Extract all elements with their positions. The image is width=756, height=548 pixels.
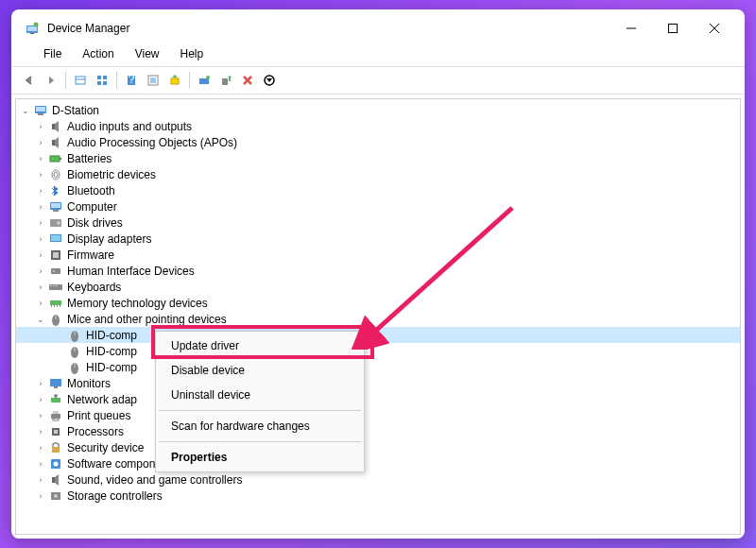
node-label: Monitors bbox=[67, 377, 111, 390]
tree-node[interactable]: HID-comp bbox=[16, 327, 740, 343]
show-hidden-button[interactable] bbox=[70, 70, 91, 91]
expand-icon[interactable]: › bbox=[35, 474, 46, 486]
tree-node[interactable]: ›Security device bbox=[16, 439, 740, 455]
scan-button[interactable] bbox=[194, 70, 215, 91]
svg-rect-1 bbox=[27, 26, 37, 31]
tree-node[interactable]: ›Biometric devices bbox=[16, 166, 740, 182]
battery-icon bbox=[48, 151, 63, 166]
tree-node[interactable]: ›Firmware bbox=[16, 247, 740, 263]
tree-node[interactable]: HID-comp bbox=[16, 359, 740, 375]
svg-rect-67 bbox=[51, 398, 60, 402]
tree-node[interactable]: ›Memory technology devices bbox=[16, 295, 740, 311]
svg-rect-65 bbox=[50, 379, 61, 386]
tree-node[interactable]: ›Sound, video and game controllers bbox=[16, 471, 740, 488]
expand-icon[interactable]: › bbox=[35, 298, 46, 309]
node-label: HID-comp bbox=[86, 329, 137, 342]
add-legacy-button[interactable] bbox=[215, 70, 236, 91]
disable-button[interactable] bbox=[259, 70, 280, 91]
tree-node[interactable]: ›Processors bbox=[16, 423, 740, 439]
back-button[interactable] bbox=[19, 70, 40, 91]
tree-node[interactable]: ›Human Interface Devices bbox=[16, 263, 740, 279]
expand-icon[interactable]: › bbox=[35, 217, 46, 229]
expand-icon[interactable]: › bbox=[35, 458, 46, 470]
disk-icon bbox=[48, 215, 63, 231]
context-disable-device[interactable]: Disable device bbox=[158, 358, 362, 383]
view-button[interactable] bbox=[92, 70, 112, 91]
tree-node[interactable]: ›Batteries bbox=[16, 150, 740, 166]
tree-node[interactable]: ›Storage controllers bbox=[16, 488, 740, 504]
tree-node[interactable]: ›Audio inputs and outputs bbox=[16, 118, 740, 134]
node-label: Batteries bbox=[67, 152, 112, 165]
device-tree[interactable]: ⌄D-Station›Audio inputs and outputs›Audi… bbox=[15, 98, 741, 535]
node-label: Security device bbox=[67, 441, 144, 454]
expand-icon[interactable]: › bbox=[35, 169, 46, 180]
context-scan-for-hardware-changes[interactable]: Scan for hardware changes bbox=[158, 414, 362, 438]
computer-icon bbox=[48, 199, 63, 214]
tree-node[interactable]: ›Computer bbox=[16, 198, 740, 214]
tree-node[interactable]: ›Disk drives bbox=[16, 214, 740, 231]
tree-node[interactable]: HID-comp bbox=[16, 343, 740, 359]
collapse-icon[interactable]: ⌄ bbox=[35, 314, 46, 325]
titlebar: Device Manager bbox=[11, 9, 745, 43]
menu-view[interactable]: View bbox=[126, 45, 169, 62]
menu-action[interactable]: Action bbox=[73, 45, 123, 62]
expand-icon[interactable]: › bbox=[35, 490, 46, 502]
node-label: Computer bbox=[67, 200, 117, 214]
svg-rect-12 bbox=[97, 81, 101, 85]
svg-rect-45 bbox=[53, 252, 59, 258]
menu-help[interactable]: Help bbox=[171, 45, 214, 62]
tree-node[interactable]: ›Network adap bbox=[16, 391, 740, 407]
expand-icon[interactable]: › bbox=[35, 153, 46, 164]
expand-icon[interactable]: › bbox=[35, 121, 46, 132]
expand-icon[interactable]: › bbox=[35, 137, 46, 148]
minimize-button[interactable] bbox=[610, 15, 652, 42]
tree-node[interactable]: ⌄Mice and other pointing devices bbox=[16, 311, 740, 327]
audio-icon bbox=[48, 135, 63, 150]
node-label: Network adap bbox=[67, 393, 137, 406]
context-properties[interactable]: Properties bbox=[158, 445, 362, 470]
expand-icon[interactable]: › bbox=[35, 378, 46, 389]
expand-icon[interactable]: › bbox=[35, 442, 46, 454]
svg-rect-56 bbox=[60, 305, 60, 307]
expand-icon[interactable]: › bbox=[35, 282, 46, 293]
svg-point-22 bbox=[206, 76, 210, 79]
expand-icon[interactable]: › bbox=[35, 265, 46, 277]
expand-icon[interactable]: › bbox=[35, 201, 46, 213]
close-button[interactable] bbox=[694, 15, 735, 42]
tree-node[interactable]: ›Display adapters bbox=[16, 231, 740, 247]
context-separator bbox=[159, 441, 361, 442]
tree-node[interactable]: ›Audio Processing Objects (APOs) bbox=[16, 134, 740, 150]
uninstall-button[interactable] bbox=[237, 70, 258, 91]
svg-rect-30 bbox=[38, 113, 43, 115]
window-title: Device Manager bbox=[47, 22, 610, 35]
expand-icon[interactable]: › bbox=[35, 185, 46, 197]
tree-node[interactable]: ›Software components bbox=[16, 455, 740, 471]
expand-icon[interactable]: › bbox=[35, 233, 46, 245]
tree-node[interactable]: ›Monitors bbox=[16, 375, 740, 391]
help-button[interactable]: ? bbox=[121, 70, 142, 91]
update-driver-button[interactable] bbox=[164, 70, 185, 91]
expand-icon[interactable]: › bbox=[35, 394, 46, 405]
menu-file[interactable]: File bbox=[34, 45, 71, 62]
maximize-button[interactable] bbox=[652, 15, 694, 42]
tree-node[interactable]: ›Keyboards bbox=[16, 279, 740, 295]
properties-button[interactable] bbox=[143, 70, 163, 91]
svg-point-3 bbox=[34, 23, 39, 27]
monitor-icon bbox=[48, 376, 63, 391]
tree-node[interactable]: ⌄D-Station bbox=[16, 102, 740, 118]
context-separator bbox=[159, 410, 361, 411]
node-label: Keyboards bbox=[67, 281, 121, 294]
software-icon bbox=[48, 456, 63, 471]
context-uninstall-device[interactable]: Uninstall device bbox=[158, 383, 362, 407]
forward-button[interactable] bbox=[41, 70, 61, 91]
expand-icon[interactable]: › bbox=[35, 426, 46, 437]
expand-icon[interactable]: › bbox=[35, 249, 46, 261]
svg-rect-33 bbox=[50, 156, 60, 162]
tree-node[interactable]: ›Print queues bbox=[16, 407, 740, 423]
expand-icon[interactable]: › bbox=[35, 410, 46, 421]
context-update-driver[interactable]: Update driver bbox=[158, 334, 362, 358]
node-label: Bluetooth bbox=[67, 184, 115, 197]
tree-node[interactable]: ›Bluetooth bbox=[16, 182, 740, 198]
node-label: Disk drives bbox=[67, 216, 123, 230]
collapse-icon[interactable]: ⌄ bbox=[20, 105, 31, 116]
